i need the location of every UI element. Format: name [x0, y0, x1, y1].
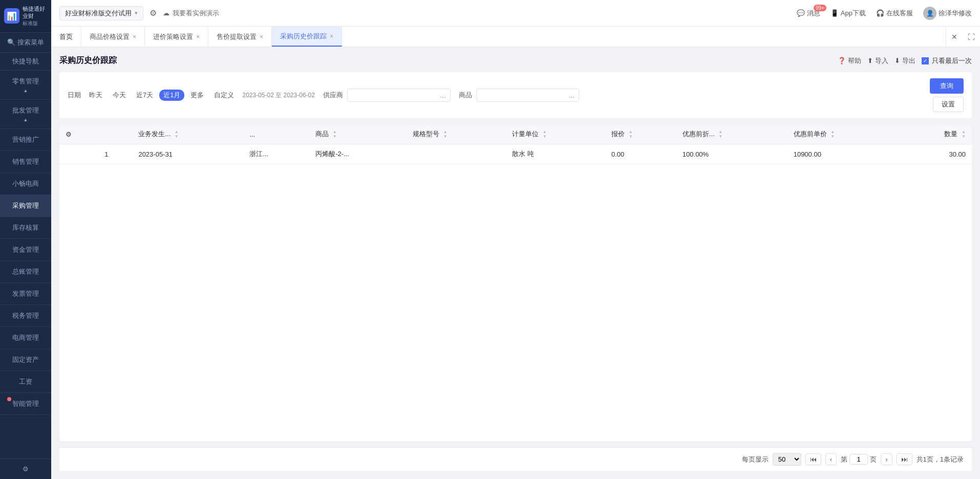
sidebar-item-inventory[interactable]: 库存核算	[0, 217, 51, 239]
more-dots: ...	[249, 130, 255, 138]
version-selector[interactable]: 好业财标准版交付试用 ▾	[59, 6, 143, 20]
tab-sale-price[interactable]: 售价提取设置 ×	[208, 27, 272, 47]
row-index: 1	[98, 144, 132, 164]
sidebar-item-label: 销售管理	[12, 157, 39, 166]
app-tag: 标准版	[23, 20, 47, 27]
sidebar-item-label: 工资	[19, 377, 32, 386]
sidebar-quick-nav-label: 快捷导航	[12, 57, 39, 65]
sidebar-item-label: 零售管理	[12, 77, 39, 86]
sidebar-item-payroll[interactable]: 工资	[0, 371, 51, 393]
col-pre-discount-price[interactable]: 优惠前单价 ▲▼	[787, 124, 901, 144]
product-input[interactable]	[481, 92, 567, 99]
row-unit: 散水 吨	[506, 144, 605, 164]
sidebar-item-finance[interactable]: 资金管理	[0, 239, 51, 261]
tab-purchase-strategy[interactable]: 进价策略设置 ×	[145, 27, 208, 47]
tab-close-icon[interactable]: ×	[196, 33, 200, 40]
per-page-select[interactable]: 20 50 100	[773, 453, 801, 466]
row-gear	[59, 144, 98, 164]
col-business-date[interactable]: 业务发生... ▲▼	[132, 124, 243, 144]
last-only-toggle[interactable]: ✓ 只看最后一次	[922, 56, 972, 66]
query-button[interactable]: 查询	[930, 78, 964, 94]
demo-label: 我要看实例演示	[173, 9, 219, 18]
tab-close-window-button[interactable]: ✕	[946, 27, 963, 47]
sidebar-bottom-settings[interactable]: ⚙	[0, 459, 51, 479]
sidebar-item-marketing[interactable]: 营销推广	[0, 129, 51, 151]
prev-page-button[interactable]: ‹	[825, 453, 837, 465]
sidebar-item-retail[interactable]: 零售管理 ▲	[0, 71, 51, 100]
supplier-dots[interactable]: ...	[440, 91, 446, 99]
tab-price[interactable]: 商品价格设置 ×	[81, 27, 145, 47]
sidebar-item-sales[interactable]: 销售管理	[0, 151, 51, 173]
tab-home[interactable]: 首页	[51, 27, 81, 47]
col-product[interactable]: 商品 ▲▼	[309, 124, 407, 144]
sidebar-item-label: 营销推广	[12, 135, 39, 144]
sidebar-search-label: 搜索菜单	[17, 38, 44, 46]
user-menu[interactable]: 👤 徐泽华修改	[923, 7, 972, 20]
online-service-button[interactable]: 🎧 在线客服	[876, 9, 913, 18]
date-option-yesterday[interactable]: 昨天	[85, 90, 106, 101]
smart-dot	[7, 397, 11, 401]
message-badge: 99+	[814, 5, 826, 11]
content-area: 采购历史价跟踪 ❓ 帮助 ⬆ 导入 ⬇ 导出 ✓ 只看最后一次	[51, 47, 980, 479]
sidebar-item-ecommerce-small[interactable]: 小畅电商	[0, 173, 51, 195]
filter-bar: 日期 昨天 今天 近7天 近1月 更多 自定义 2023-05-02 至 202…	[59, 72, 972, 118]
page-label-suffix: 页	[870, 455, 877, 464]
page-label-prefix: 第	[841, 455, 847, 464]
tab-close-icon[interactable]: ×	[133, 33, 136, 40]
col-gear[interactable]: ⚙	[59, 124, 98, 144]
product-dots[interactable]: ...	[569, 91, 575, 99]
sidebar-item-fixed-assets[interactable]: 固定资产	[0, 349, 51, 371]
tab-history-price[interactable]: 采购历史价跟踪 ×	[272, 27, 342, 47]
col-quoted-price[interactable]: 报价 ▲▼	[605, 124, 676, 144]
sidebar-item-label: 总账管理	[12, 267, 39, 276]
col-quantity[interactable]: 数量 ▲▼	[901, 124, 972, 144]
app-download-button[interactable]: 📱 App下载	[830, 9, 866, 18]
import-button[interactable]: ⬆ 导入	[867, 56, 888, 66]
message-button[interactable]: 💬 消息 99+	[797, 9, 820, 18]
supplier-input[interactable]	[352, 92, 438, 99]
product-input-wrapper[interactable]: ...	[476, 89, 580, 102]
gear-icon: ⚙	[66, 130, 72, 138]
filter-settings-button[interactable]: 设置	[933, 97, 964, 112]
sidebar-search[interactable]: 🔍 搜索菜单	[0, 33, 51, 53]
date-option-7days[interactable]: 近7天	[132, 90, 157, 101]
supplier-filter-label: 供应商	[323, 91, 343, 100]
tab-close-icon[interactable]: ×	[260, 33, 263, 40]
col-unit[interactable]: 计量单位 ▲▼	[506, 124, 605, 144]
topbar-demo[interactable]: ☁ 我要看实例演示	[163, 9, 219, 18]
sidebar-item-smart[interactable]: 智能管理	[0, 393, 51, 415]
next-page-button[interactable]: ›	[881, 453, 892, 465]
sidebar-item-purchase[interactable]: 采购管理	[0, 195, 51, 217]
date-option-more[interactable]: 更多	[186, 90, 208, 101]
page-input[interactable]	[849, 454, 868, 465]
sidebar-item-ecommerce[interactable]: 电商管理	[0, 327, 51, 349]
date-range-display: 2023-05-02 至 2023-06-02	[242, 91, 314, 100]
topbar-right: 💬 消息 99+ 📱 App下载 🎧 在线客服 👤 徐泽华修改	[797, 7, 972, 20]
date-option-today[interactable]: 今天	[109, 90, 130, 101]
help-button[interactable]: ❓ 帮助	[838, 56, 861, 66]
sidebar-item-label: 库存核算	[12, 223, 39, 232]
export-button[interactable]: ⬇ 导出	[894, 56, 915, 66]
col-spec[interactable]: 规格型号 ▲▼	[407, 124, 506, 144]
last-page-button[interactable]: ⏭	[897, 453, 912, 465]
topbar-settings-icon[interactable]: ⚙	[150, 8, 157, 18]
supplier-input-wrapper[interactable]: ...	[347, 89, 451, 102]
col-more[interactable]: ...	[243, 124, 309, 144]
first-page-button[interactable]: ⏮	[805, 453, 821, 465]
export-label: 导出	[902, 56, 915, 66]
sidebar-item-wholesale[interactable]: 批发管理 ▲	[0, 100, 51, 129]
date-option-1month[interactable]: 近1月	[159, 90, 184, 101]
page-title: 采购历史价跟踪	[59, 55, 117, 66]
product-filter-group: 商品 ...	[459, 89, 580, 102]
sidebar-item-general-ledger[interactable]: 总账管理	[0, 261, 51, 283]
tab-close-icon[interactable]: ×	[330, 33, 333, 40]
col-discount[interactable]: 优惠前折... ▲▼	[676, 124, 787, 144]
sidebar-item-invoice[interactable]: 发票管理	[0, 283, 51, 305]
date-option-custom[interactable]: 自定义	[210, 90, 238, 101]
sidebar-quick-nav[interactable]: 快捷导航	[0, 53, 51, 71]
sidebar-item-tax[interactable]: 税务管理	[0, 305, 51, 327]
tab-maximize-button[interactable]: ⛶	[963, 27, 980, 47]
sidebar-item-label: 电商管理	[12, 333, 39, 342]
row-business-date: 2023-05-31	[132, 144, 243, 164]
row-spec	[407, 144, 506, 164]
